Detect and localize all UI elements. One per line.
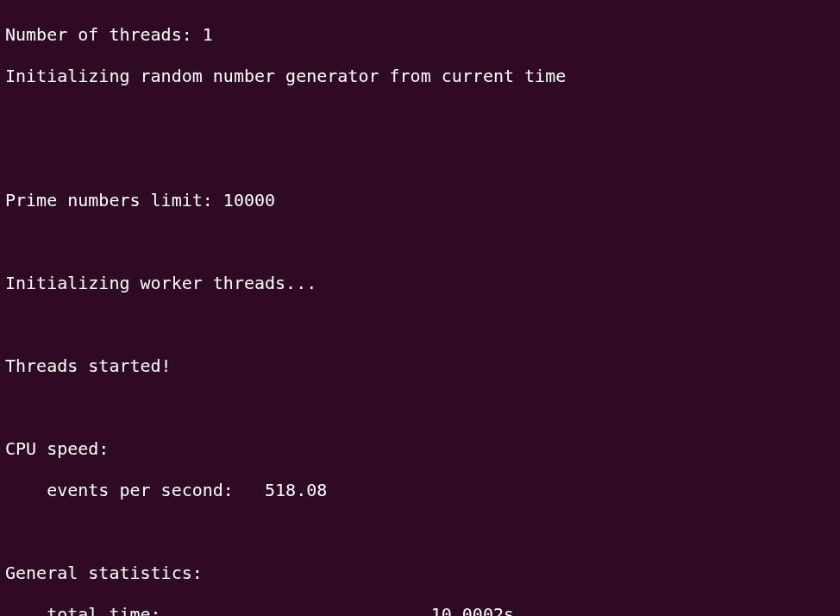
output-line: General statistics: — [5, 563, 835, 583]
output-line: Initializing worker threads... — [5, 273, 835, 293]
output-line: Number of threads: 1 — [5, 24, 835, 45]
output-line — [5, 397, 835, 418]
output-line — [5, 148, 835, 169]
output-line — [5, 314, 835, 335]
output-line: total time: 10.0002s — [5, 604, 835, 616]
output-line — [5, 107, 835, 128]
output-line: events per second: 518.08 — [5, 480, 835, 500]
output-line: Threads started! — [5, 355, 835, 376]
output-line — [5, 231, 835, 252]
output-line: Prime numbers limit: 10000 — [5, 190, 835, 211]
output-line: Initializing random number generator fro… — [5, 66, 835, 86]
output-line: CPU speed: — [5, 438, 835, 459]
output-line — [5, 521, 835, 542]
terminal-output[interactable]: Number of threads: 1 Initializing random… — [0, 0, 840, 616]
